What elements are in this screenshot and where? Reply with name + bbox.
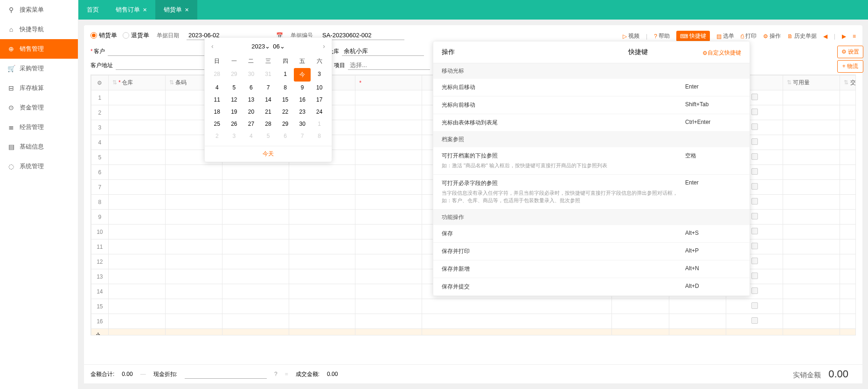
cell[interactable]	[355, 284, 422, 299]
cell[interactable]	[222, 225, 289, 239]
toolbar-help[interactable]: ?帮助	[654, 32, 670, 40]
project-input[interactable]	[348, 61, 430, 70]
cell[interactable]	[612, 314, 669, 329]
cal-day[interactable]: 20	[243, 106, 260, 118]
toolbar-hotkey[interactable]: ⌨快捷键	[676, 31, 710, 41]
toolbar-select[interactable]: ▤选单	[716, 32, 734, 40]
calendar-today-button[interactable]: 今天	[205, 146, 332, 162]
col-header[interactable]: ⇅ 交	[840, 75, 856, 90]
cell[interactable]	[165, 165, 222, 180]
cal-day[interactable]: 2	[208, 130, 226, 142]
cell[interactable]	[108, 210, 165, 225]
cell[interactable]	[355, 314, 422, 329]
cell[interactable]	[840, 254, 856, 269]
cell[interactable]	[108, 90, 165, 105]
cell[interactable]	[840, 210, 856, 225]
cal-day[interactable]: 29	[277, 118, 294, 130]
col-header[interactable]: ⇅ *仓库	[108, 75, 165, 90]
cell[interactable]	[222, 210, 289, 225]
cell[interactable]	[165, 225, 222, 239]
table-row[interactable]: 15🗑⧉	[91, 299, 856, 314]
cal-day[interactable]: 30	[243, 68, 260, 82]
cell[interactable]	[840, 120, 856, 135]
gift-checkbox[interactable]	[726, 299, 783, 314]
cell[interactable]	[355, 180, 422, 195]
cell[interactable]	[222, 180, 289, 195]
cell[interactable]	[840, 105, 856, 120]
cal-day[interactable]: 16	[294, 94, 311, 106]
cal-day[interactable]: 8	[277, 82, 294, 94]
cal-day[interactable]: 31	[260, 68, 277, 82]
tab-1[interactable]: 销售订单✕	[107, 0, 155, 20]
cell[interactable]	[355, 120, 422, 135]
col-gear[interactable]: ⚙	[91, 75, 109, 90]
toolbar-operate[interactable]: ⚙操作	[763, 32, 781, 40]
cell[interactable]	[783, 150, 840, 165]
cal-day[interactable]: 3	[311, 68, 328, 82]
cell[interactable]	[108, 180, 165, 195]
cell[interactable]	[840, 269, 856, 284]
sidebar-item-4[interactable]: ⊟库存核算	[0, 78, 78, 98]
discount-input[interactable]	[185, 369, 267, 379]
cell[interactable]	[165, 269, 222, 284]
cell[interactable]	[108, 195, 165, 210]
cell[interactable]	[783, 135, 840, 150]
cell[interactable]	[289, 284, 355, 299]
docno-input[interactable]	[320, 31, 404, 40]
cell[interactable]	[840, 195, 856, 210]
cell[interactable]	[783, 90, 840, 105]
cal-day[interactable]: 25	[208, 118, 226, 130]
cal-day[interactable]: 8	[311, 130, 328, 142]
cal-day[interactable]: 21	[260, 106, 277, 118]
cell[interactable]	[669, 314, 726, 329]
cell[interactable]	[289, 195, 355, 210]
toolbar-video[interactable]: ▷视频	[623, 32, 639, 40]
cal-day[interactable]: 19	[226, 106, 243, 118]
cell[interactable]	[669, 299, 726, 314]
cal-day[interactable]: 15	[277, 94, 294, 106]
cell[interactable]	[289, 299, 355, 314]
cell[interactable]	[289, 165, 355, 180]
cell[interactable]	[355, 254, 422, 269]
cal-day[interactable]: 17	[311, 94, 328, 106]
cell[interactable]	[165, 299, 222, 314]
cell[interactable]	[355, 225, 422, 239]
cell[interactable]	[783, 254, 840, 269]
cal-day[interactable]: 28	[260, 118, 277, 130]
cal-day[interactable]: 18	[208, 106, 226, 118]
cell[interactable]	[355, 299, 422, 314]
cal-day[interactable]: 6	[277, 130, 294, 142]
warehouse-input[interactable]	[342, 47, 424, 56]
close-icon[interactable]: ✕	[143, 7, 147, 13]
sidebar-item-6[interactable]: ≣经营管理	[0, 117, 78, 137]
cell[interactable]	[165, 239, 222, 254]
cell[interactable]	[222, 284, 289, 299]
cell[interactable]	[222, 239, 289, 254]
cell[interactable]	[108, 165, 165, 180]
cell[interactable]	[355, 90, 422, 105]
cell[interactable]	[840, 165, 856, 180]
cell[interactable]	[783, 239, 840, 254]
cell[interactable]	[108, 135, 165, 150]
cell[interactable]	[289, 254, 355, 269]
cell[interactable]	[165, 210, 222, 225]
cell[interactable]	[108, 120, 165, 135]
cal-month[interactable]: 06⌄	[273, 43, 285, 50]
cal-day[interactable]: 4	[243, 130, 260, 142]
sidebar-item-0[interactable]: ⚲搜索菜单	[0, 0, 78, 20]
cell[interactable]	[783, 180, 840, 195]
cal-day[interactable]: 22	[277, 106, 294, 118]
cell[interactable]	[165, 284, 222, 299]
cell[interactable]	[165, 195, 222, 210]
cell[interactable]	[165, 314, 222, 329]
cell[interactable]	[289, 210, 355, 225]
cell[interactable]	[840, 284, 856, 299]
cell[interactable]	[108, 150, 165, 165]
cell[interactable]	[840, 239, 856, 254]
cell[interactable]	[355, 165, 422, 180]
col-header[interactable]: ⇅ 可用量	[783, 75, 840, 90]
row-more-icon[interactable]: ⋯	[847, 48, 856, 55]
cal-day[interactable]: 5	[260, 130, 277, 142]
cal-day[interactable]: 7	[294, 130, 311, 142]
sidebar-item-1[interactable]: ⌂快捷导航	[0, 20, 78, 39]
